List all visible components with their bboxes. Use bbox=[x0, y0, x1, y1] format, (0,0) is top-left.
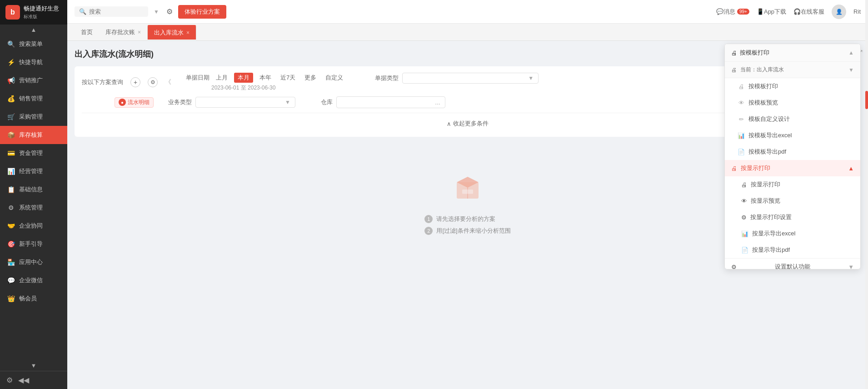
business-type-select[interactable]: ▼ bbox=[195, 97, 295, 108]
empty-state-icon bbox=[449, 170, 486, 206]
filter-collapse-btn[interactable]: 《 bbox=[165, 78, 171, 86]
date-field-label: 单据日期 bbox=[186, 74, 210, 82]
empty-step-1: 1 请先选择要分析的方案 bbox=[424, 215, 510, 223]
active-filter-tag-wrapper: ● 流水明细 bbox=[115, 97, 154, 108]
display-preview-icon: 👁 bbox=[741, 198, 747, 204]
tab-flow[interactable]: 出入库流水 × bbox=[147, 25, 196, 40]
collapse-conditions-btn[interactable]: ∧ 收起更多条件 bbox=[444, 117, 491, 130]
dropdown-header-arrow[interactable]: ▲ bbox=[848, 50, 854, 56]
display-section-arrow: ▲ bbox=[848, 165, 854, 172]
customer-service-icon: 🎧 bbox=[793, 8, 801, 15]
sidebar-scroll-up[interactable]: ▲ bbox=[0, 25, 67, 35]
dropdown-header-title: 🖨 按模板打印 bbox=[731, 49, 769, 57]
dropdown-item-display-print[interactable]: 🖨 按显示打印 bbox=[725, 176, 860, 193]
sidebar-item-guide[interactable]: 🎯 新手引导 bbox=[0, 235, 67, 253]
template-custom-icon: ✏ bbox=[738, 115, 745, 123]
guide-icon: 🎯 bbox=[6, 239, 15, 249]
display-excel-icon: 📊 bbox=[741, 230, 748, 237]
dropdown-item-display-settings[interactable]: ⚙ 按显示打印设置 bbox=[725, 209, 860, 225]
sidebar-item-quick-nav[interactable]: ⚡ 快捷导航 bbox=[0, 53, 67, 71]
voucher-type-arrow: ▼ bbox=[528, 75, 534, 81]
operations-icon: 📊 bbox=[6, 167, 15, 176]
warehouse-label: 仓库 bbox=[321, 98, 333, 106]
logo-text: 畅捷通好生意 标准版 bbox=[24, 5, 59, 20]
search-input[interactable] bbox=[89, 8, 144, 15]
template-print-icon: 🖨 bbox=[738, 83, 745, 90]
sidebar-item-sales[interactable]: 💰 销售管理 bbox=[0, 90, 67, 108]
search-dropdown-arrow[interactable]: ▼ bbox=[154, 9, 159, 15]
sidebar-item-system[interactable]: ⚙ 系统管理 bbox=[0, 199, 67, 217]
search-box-icon: 🔍 bbox=[79, 8, 86, 15]
voucher-type-group: 单据类型 ▼ bbox=[375, 73, 539, 84]
messages-icon: 💬 bbox=[716, 8, 723, 15]
sidebar-item-search[interactable]: 🔍 搜索菜单 bbox=[0, 35, 67, 53]
sidebar-item-operations[interactable]: 📊 经营管理 bbox=[0, 162, 67, 180]
sidebar-settings-icon[interactable]: ⚙ bbox=[6, 376, 13, 384]
right-resize-handle[interactable] bbox=[865, 0, 868, 389]
sidebar-item-inventory[interactable]: 📦 库存核算 bbox=[0, 126, 67, 144]
sidebar-item-wechat[interactable]: 💬 企业微信 bbox=[0, 271, 67, 289]
sidebar-footer: ⚙ ◀◀ bbox=[0, 371, 67, 389]
dropdown-item-template-print[interactable]: 🖨 按模板打印 bbox=[725, 78, 860, 95]
date-tab-last7[interactable]: 近7天 bbox=[278, 73, 298, 83]
search-icon: 🔍 bbox=[6, 40, 15, 49]
date-tab-this-month[interactable]: 本月 bbox=[234, 73, 253, 83]
date-filter-row: 单据日期 上月 本月 本年 近7天 更多 自定义 bbox=[186, 73, 346, 83]
topbar-settings-icon[interactable]: ⚙ bbox=[166, 7, 173, 16]
top-bar: 🔍 ▼ ⚙ 体验行业方案 💬 消息 99+ 📱 App下载 🎧 bbox=[67, 0, 868, 24]
dropdown-footer[interactable]: ⚙ 设置默认功能 ▼ bbox=[725, 258, 860, 269]
filter-settings-btn[interactable]: ⚙ bbox=[148, 77, 158, 87]
display-print-icon: 🖨 bbox=[741, 181, 747, 188]
user-avatar[interactable]: 👤 bbox=[832, 5, 846, 19]
date-tab-more[interactable]: 更多 bbox=[302, 73, 319, 83]
industry-btn[interactable]: 体验行业方案 bbox=[178, 5, 226, 19]
sidebar-item-purchase[interactable]: 🛒 采购管理 bbox=[0, 108, 67, 126]
collab-icon: 🤝 bbox=[6, 221, 15, 230]
sidebar-item-apps[interactable]: 🏪 应用中心 bbox=[0, 253, 67, 271]
date-tab-prev-month[interactable]: 上月 bbox=[213, 73, 230, 83]
username-label[interactable]: Rit bbox=[853, 8, 861, 15]
dropdown-item-display-pdf[interactable]: 📄 按显示导出pdf bbox=[725, 242, 860, 258]
warehouse-select[interactable]: ... bbox=[336, 96, 445, 108]
dropdown-item-template-custom[interactable]: ✏ 模板自定义设计 bbox=[725, 111, 860, 127]
sidebar-item-member[interactable]: 👑 畅会员 bbox=[0, 289, 67, 308]
voucher-type-select[interactable]: ▼ bbox=[402, 73, 539, 84]
date-tab-custom[interactable]: 自定义 bbox=[323, 73, 346, 83]
dropdown-item-display-preview[interactable]: 👁 按显示预览 bbox=[725, 193, 860, 209]
sidebar-item-finance[interactable]: 💳 资金管理 bbox=[0, 144, 67, 162]
display-section-header[interactable]: 🖨 按显示打印 ▲ bbox=[725, 160, 860, 176]
messages-btn[interactable]: 💬 消息 99+ bbox=[716, 8, 749, 16]
filter-tag-flow: ● 流水明细 bbox=[115, 97, 154, 108]
business-type-label: 业务类型 bbox=[168, 98, 192, 106]
business-type-arrow: ▼ bbox=[285, 99, 290, 105]
tab-bar: 首页 库存批次账 × 出入库流水 × bbox=[67, 24, 868, 41]
filter-add-btn[interactable]: + bbox=[130, 77, 140, 87]
display-settings-icon: ⚙ bbox=[741, 214, 747, 221]
sidebar-item-marketing[interactable]: 📢 营销推广 bbox=[0, 71, 67, 90]
top-bar-left: 🔍 ▼ ⚙ 体验行业方案 bbox=[75, 5, 226, 19]
dropdown-item-template-excel[interactable]: 📊 按模板导出excel bbox=[725, 127, 860, 144]
page-title: 出入库流水(流水明细) bbox=[75, 49, 154, 60]
tab-batch-ledger[interactable]: 库存批次账 × bbox=[99, 25, 147, 39]
tab-flow-close[interactable]: × bbox=[186, 30, 190, 36]
warehouse-more-icon[interactable]: ... bbox=[435, 99, 440, 106]
customer-service-btn[interactable]: 🎧 在线客服 bbox=[793, 8, 824, 16]
search-box[interactable]: 🔍 bbox=[75, 6, 148, 17]
tab-batch-ledger-close[interactable]: × bbox=[138, 29, 141, 35]
app-download-icon: 📱 bbox=[757, 8, 764, 15]
template-pdf-icon: 📄 bbox=[738, 148, 745, 155]
dropdown-footer-arrow: ▼ bbox=[848, 264, 854, 269]
dropdown-current-item[interactable]: 🖨 当前：出入库流水 ▼ bbox=[725, 62, 860, 78]
sidebar-scroll-down[interactable]: ▼ bbox=[0, 360, 67, 371]
app-download-btn[interactable]: 📱 App下载 bbox=[757, 8, 786, 16]
tab-home[interactable]: 首页 bbox=[75, 25, 99, 39]
dropdown-item-template-preview[interactable]: 👁 按模板预览 bbox=[725, 95, 860, 111]
date-tab-this-year[interactable]: 本年 bbox=[257, 73, 274, 83]
dropdown-item-template-pdf[interactable]: 📄 按模板导出pdf bbox=[725, 144, 860, 160]
sidebar-fold-icon[interactable]: ◀◀ bbox=[18, 376, 29, 384]
sidebar-item-collab[interactable]: 🤝 企业协同 bbox=[0, 217, 67, 235]
step-2-num: 2 bbox=[424, 227, 433, 235]
empty-step-2: 2 用[过滤]条件来缩小分析范围 bbox=[424, 227, 510, 235]
dropdown-item-display-excel[interactable]: 📊 按显示导出excel bbox=[725, 225, 860, 242]
sidebar-item-basic[interactable]: 📋 基础信息 bbox=[0, 180, 67, 199]
